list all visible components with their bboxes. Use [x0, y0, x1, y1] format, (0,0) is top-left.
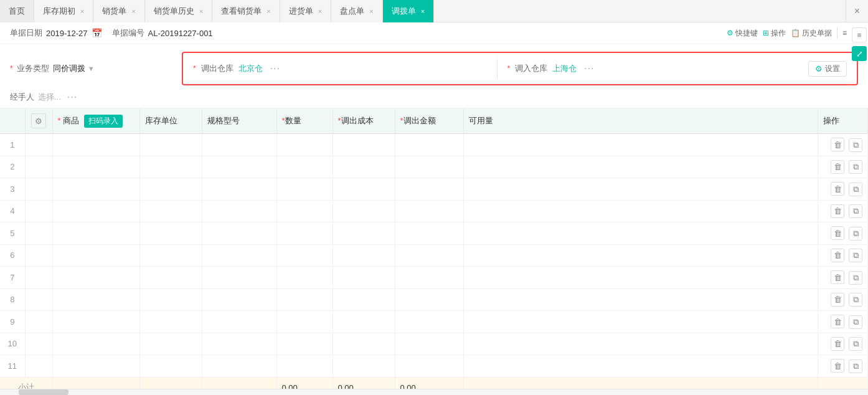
scan-button[interactable]: 扫码录入 [84, 115, 123, 128]
row-cost-cell[interactable] [333, 333, 395, 355]
row-spec-cell[interactable] [202, 178, 276, 201]
row-spec-cell[interactable] [202, 333, 276, 355]
tab-sales-order[interactable]: 销货单 × [93, 0, 144, 22]
delete-icon[interactable]: 🗑 [831, 138, 844, 151]
row-spec-cell[interactable] [202, 156, 276, 178]
row-qty-cell[interactable] [276, 178, 333, 201]
row-unit-cell[interactable] [139, 355, 202, 378]
shortcuts-button[interactable]: ⚙ 快捷键 [727, 28, 758, 39]
row-spec-cell[interactable] [202, 222, 276, 245]
calendar-icon[interactable]: 📅 [92, 28, 102, 38]
delete-icon[interactable]: 🗑 [831, 226, 844, 240]
copy-icon[interactable]: ⧉ [849, 359, 862, 373]
row-product-cell[interactable] [52, 355, 139, 378]
row-avail-cell[interactable] [463, 134, 818, 156]
horizontal-scrollbar[interactable] [0, 389, 868, 395]
scrollbar-thumb[interactable] [19, 389, 68, 395]
copy-icon[interactable]: ⧉ [849, 227, 862, 240]
row-avail-cell[interactable] [463, 244, 818, 267]
gear-settings-icon[interactable]: ⚙ [31, 113, 46, 128]
row-spec-cell[interactable] [202, 288, 276, 311]
delete-icon[interactable]: 🗑 [831, 249, 844, 262]
person-more-icon[interactable]: ··· [67, 92, 77, 103]
row-product-cell[interactable] [52, 267, 139, 289]
row-amount-cell[interactable] [395, 156, 463, 178]
row-avail-cell[interactable] [463, 178, 818, 201]
close-icon[interactable]: × [318, 7, 322, 15]
row-cost-cell[interactable] [333, 244, 395, 267]
copy-icon[interactable]: ⧉ [849, 271, 862, 285]
row-unit-cell[interactable] [139, 222, 202, 245]
close-icon[interactable]: × [369, 7, 373, 15]
row-avail-cell[interactable] [463, 288, 818, 311]
close-icon[interactable]: × [267, 7, 270, 15]
tab-sales-history[interactable]: 销货单历史 × [145, 0, 212, 22]
row-cost-cell[interactable] [333, 200, 395, 222]
row-cost-cell[interactable] [333, 156, 395, 178]
tab-purchase[interactable]: 进货单 × [280, 0, 331, 22]
row-spec-cell[interactable] [202, 355, 276, 378]
row-product-cell[interactable] [52, 200, 139, 222]
row-amount-cell[interactable] [395, 134, 463, 156]
row-product-cell[interactable] [52, 333, 139, 355]
row-qty-cell[interactable] [276, 156, 333, 178]
row-spec-cell[interactable] [202, 267, 276, 289]
row-amount-cell[interactable] [395, 311, 463, 333]
row-unit-cell[interactable] [139, 333, 202, 355]
close-icon[interactable]: × [131, 7, 135, 15]
warehouse-out-more-icon[interactable]: ··· [270, 63, 280, 74]
row-qty-cell[interactable] [276, 288, 333, 311]
delete-icon[interactable]: 🗑 [831, 204, 844, 218]
row-qty-cell[interactable] [276, 333, 333, 355]
tab-inventory-check[interactable]: 盘点单 × [331, 0, 382, 22]
delete-icon[interactable]: 🗑 [831, 315, 844, 328]
row-unit-cell[interactable] [139, 267, 202, 289]
copy-icon[interactable]: ⧉ [849, 183, 862, 196]
row-cost-cell[interactable] [333, 288, 395, 311]
tab-inventory-init[interactable]: 库存期初 × [34, 0, 93, 22]
warehouse-in-more-icon[interactable]: ··· [584, 63, 594, 74]
copy-icon[interactable]: ⧉ [849, 293, 862, 307]
delete-icon[interactable]: 🗑 [831, 182, 844, 196]
row-cost-cell[interactable] [333, 222, 395, 245]
row-unit-cell[interactable] [139, 178, 202, 201]
row-amount-cell[interactable] [395, 288, 463, 311]
row-cost-cell[interactable] [333, 355, 395, 378]
row-unit-cell[interactable] [139, 244, 202, 267]
row-qty-cell[interactable] [276, 244, 333, 267]
row-qty-cell[interactable] [276, 355, 333, 378]
sidebar-expand-button[interactable]: ⤢ [852, 46, 867, 61]
sidebar-list-button[interactable]: ≡ [852, 27, 867, 42]
row-qty-cell[interactable] [276, 311, 333, 333]
row-unit-cell[interactable] [139, 200, 202, 222]
row-amount-cell[interactable] [395, 333, 463, 355]
row-avail-cell[interactable] [463, 156, 818, 178]
tab-view-sales[interactable]: 查看销货单 × [212, 0, 280, 22]
row-unit-cell[interactable] [139, 311, 202, 333]
delete-icon[interactable]: 🗑 [831, 337, 844, 351]
row-product-cell[interactable] [52, 311, 139, 333]
row-amount-cell[interactable] [395, 267, 463, 289]
list-view-button[interactable]: ≡ [842, 29, 847, 37]
history-button[interactable]: 📋 历史单据 [791, 28, 832, 39]
close-icon[interactable]: × [80, 7, 84, 15]
row-avail-cell[interactable] [463, 311, 818, 333]
row-amount-cell[interactable] [395, 178, 463, 201]
row-qty-cell[interactable] [276, 222, 333, 245]
row-avail-cell[interactable] [463, 333, 818, 355]
tab-transfer[interactable]: 调拨单 × [383, 0, 434, 22]
row-qty-cell[interactable] [276, 267, 333, 289]
delete-icon[interactable]: 🗑 [831, 359, 844, 373]
copy-icon[interactable]: ⧉ [849, 138, 862, 152]
close-icon[interactable]: × [421, 7, 425, 15]
row-qty-cell[interactable] [276, 134, 333, 156]
row-product-cell[interactable] [52, 134, 139, 156]
copy-icon[interactable]: ⧉ [849, 337, 862, 351]
row-amount-cell[interactable] [395, 244, 463, 267]
delete-icon[interactable]: 🗑 [831, 160, 844, 174]
copy-icon[interactable]: ⧉ [849, 249, 862, 262]
row-cost-cell[interactable] [333, 134, 395, 156]
close-icon[interactable]: × [199, 7, 203, 15]
row-amount-cell[interactable] [395, 222, 463, 245]
row-spec-cell[interactable] [202, 244, 276, 267]
